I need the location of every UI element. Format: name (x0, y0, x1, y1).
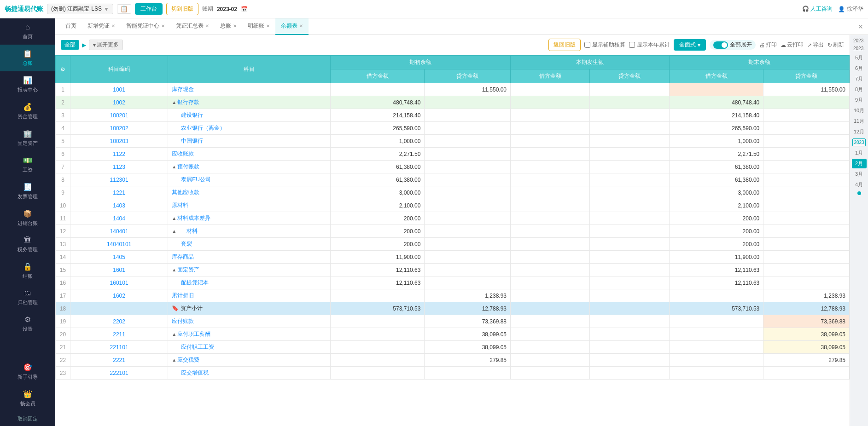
subject-code[interactable]: 14040101 (70, 238, 168, 251)
subject-name[interactable]: ▲固定资产 (168, 264, 331, 276)
return-old-button[interactable]: 返回旧版 (548, 39, 581, 51)
month-8[interactable]: 8月 (852, 85, 867, 94)
month-5[interactable]: 5月 (852, 53, 867, 63)
cloud-print-button[interactable]: ☁ 云打印 (781, 41, 804, 49)
expand-all-switch[interactable] (713, 41, 728, 49)
tab-voucher-summary[interactable]: 凭证汇总表 ✕ (170, 18, 215, 35)
sidebar-item-purchase[interactable]: 📦 进销台账 (0, 205, 55, 231)
sidebar-item-newbie[interactable]: 🎯 新手引导 (0, 358, 55, 385)
calendar-icon[interactable]: 📅 (241, 6, 248, 12)
subject-link[interactable]: 材料 (177, 228, 198, 234)
expand-all-toggle[interactable]: 全部展开 (710, 40, 756, 50)
tab-close-ledger[interactable]: ✕ (233, 23, 237, 29)
expand-icon[interactable]: ▲ (172, 332, 176, 337)
company-selector[interactable]: (勿删) 江西融宝-LSS ▼ (47, 4, 113, 14)
month-11[interactable]: 11月 (852, 116, 867, 126)
subject-name[interactable]: 库存现金 (168, 83, 331, 96)
tab-balance[interactable]: 余额表 ✕ (275, 18, 309, 35)
tab-close-smart-verify[interactable]: ✕ (161, 23, 165, 29)
user-info[interactable]: 👤 徐泽华 (838, 5, 863, 13)
sidebar-item-settings[interactable]: ⚙ 设置 (0, 311, 55, 337)
subject-code[interactable]: 112301 (70, 173, 168, 186)
month-9[interactable]: 9月 (852, 95, 867, 105)
subject-link[interactable]: 累计折旧 (172, 292, 194, 299)
tab-home[interactable]: 首页 (60, 18, 82, 35)
subject-name[interactable]: ▲银行存款 (168, 96, 331, 109)
aux-checkbox[interactable] (584, 42, 590, 48)
tab-add-voucher[interactable]: 新增凭证 ✕ (82, 18, 121, 35)
unpin-button[interactable]: 取消固定 (0, 412, 55, 426)
subject-code[interactable]: 1002 (70, 96, 168, 109)
month-2[interactable]: 2月 (852, 159, 867, 168)
subject-code[interactable]: 140401 (70, 225, 168, 238)
subject-link[interactable]: 固定资产 (177, 266, 199, 273)
subject-link[interactable]: 材料成本差异 (177, 215, 210, 221)
subject-name[interactable]: 应交增值税 (168, 367, 331, 380)
subject-link[interactable]: 应付职工薪酬 (177, 331, 210, 337)
subject-code[interactable]: 221101 (70, 341, 168, 354)
subject-name[interactable]: 🔖 资产小计 (168, 302, 331, 315)
subject-name[interactable]: 累计折旧 (168, 289, 331, 302)
subject-code[interactable]: 2211 (70, 328, 168, 341)
subject-name[interactable]: ▲预付账款 (168, 161, 331, 173)
consultant-label[interactable]: 🎧 人工咨询 (802, 5, 833, 13)
tab-close-add-voucher[interactable]: ✕ (111, 23, 115, 29)
expand-icon[interactable]: ▲ (172, 216, 176, 221)
print-button[interactable]: 🖨 打印 (759, 41, 777, 49)
subject-link[interactable]: 建设银行 (172, 112, 203, 118)
subject-link[interactable]: 套裂 (172, 241, 192, 247)
subject-link[interactable]: 银行存款 (177, 99, 199, 105)
subject-name[interactable]: 配提凭记本 (168, 276, 331, 289)
sidebar-item-home[interactable]: ⌂ 首页 (0, 18, 55, 45)
subject-link[interactable]: 其他应收款 (172, 189, 199, 196)
subject-name[interactable]: 应收账款 (168, 148, 331, 161)
subject-code[interactable]: 100203 (70, 135, 168, 148)
subject-name[interactable]: ▲应付职工薪酬 (168, 328, 331, 341)
subject-link[interactable]: 预付账款 (177, 163, 199, 170)
sidebar-item-invoice[interactable]: 🧾 发票管理 (0, 178, 55, 205)
subject-code[interactable]: 1403 (70, 199, 168, 212)
subject-link[interactable]: 库存商品 (172, 253, 194, 260)
subject-link[interactable]: 应交增值税 (172, 369, 209, 376)
month-7[interactable]: 7月 (852, 74, 867, 84)
sidebar-item-salary[interactable]: 💵 工资 (0, 151, 55, 178)
balance-table-wrapper[interactable]: ⚙ 科目编码 科目 期初余额 (55, 55, 850, 426)
ytd-checkbox[interactable] (629, 42, 635, 48)
subject-link[interactable]: 应付账款 (172, 318, 194, 324)
old-version-button[interactable]: 切到旧版 (166, 3, 198, 15)
tab-bar-close-button[interactable]: ✕ (858, 23, 863, 30)
subject-link[interactable]: 应付职工工资 (172, 344, 214, 350)
month-1[interactable]: 1月 (852, 148, 867, 158)
sidebar-item-funds[interactable]: 💰 资金管理 (0, 98, 55, 125)
subject-code[interactable]: 1404 (70, 212, 168, 225)
subject-name[interactable]: ▲材料 (168, 225, 331, 238)
subject-code[interactable]: 2221 (70, 354, 168, 367)
tab-ledger[interactable]: 总账 ✕ (215, 18, 242, 35)
subject-name[interactable]: 原材料 (168, 199, 331, 212)
month-10[interactable]: 10月 (852, 106, 867, 115)
subject-code[interactable]: 1001 (70, 83, 168, 96)
subject-link[interactable]: 应交税费 (177, 357, 199, 363)
subject-name[interactable]: 农业银行（离金） (168, 122, 331, 135)
subject-code[interactable]: 1123 (70, 161, 168, 173)
subject-name[interactable]: 应付职工工资 (168, 341, 331, 354)
month-12[interactable]: 12月 (852, 127, 867, 137)
sidebar-item-tax[interactable]: 🏛 税务管理 (0, 231, 55, 258)
workbench-button[interactable]: 工作台 (135, 3, 163, 15)
settings-header[interactable]: ⚙ (56, 56, 70, 83)
tab-close-detail[interactable]: ✕ (266, 23, 270, 29)
expand-icon[interactable]: ▲ (172, 100, 176, 105)
subject-link[interactable]: 应收账款 (172, 150, 194, 157)
subject-name[interactable]: 建设银行 (168, 109, 331, 122)
expand-more-button[interactable]: ▾ 展开更多 (89, 40, 123, 50)
subject-link[interactable]: 原材料 (172, 202, 188, 208)
sidebar-item-ledger[interactable]: 📋 总账 (0, 45, 55, 71)
subject-link[interactable]: 农业银行（离金） (172, 125, 225, 131)
subject-code[interactable]: 100202 (70, 122, 168, 135)
subject-name[interactable]: 其他应收款 (168, 186, 331, 199)
subject-code[interactable]: 100201 (70, 109, 168, 122)
subject-name[interactable]: 泰属EU公司 (168, 173, 331, 186)
sidebar-item-reports[interactable]: 📊 报表中心 (0, 71, 55, 98)
subject-code[interactable]: 1122 (70, 148, 168, 161)
subject-link[interactable]: 配提凭记本 (172, 279, 209, 286)
